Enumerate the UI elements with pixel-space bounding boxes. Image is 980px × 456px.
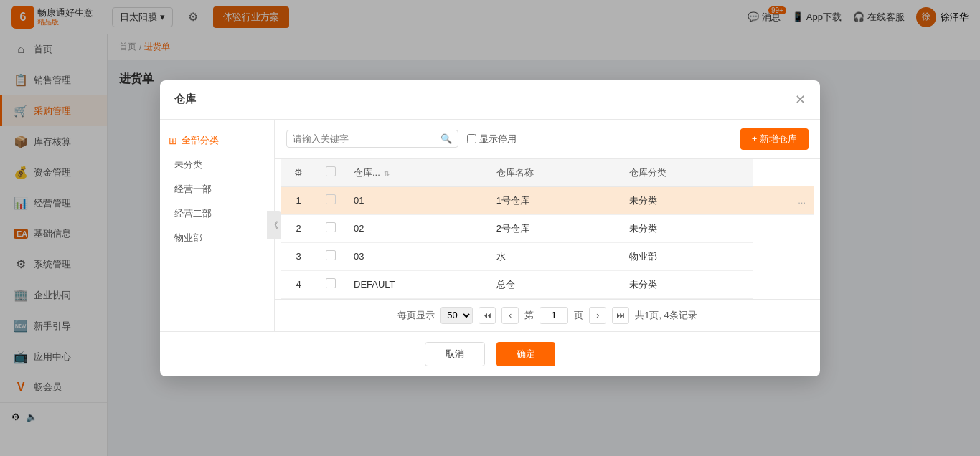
gear-icon: ⚙ bbox=[294, 167, 303, 178]
page-number-input[interactable] bbox=[540, 307, 568, 324]
table-body: 1 01 1号仓库 未分类 ... 2 02 2号仓库 未分类 3 03 水 物… bbox=[281, 186, 814, 298]
table-area: 🔍 显示停用 + 新增仓库 ⚙ bbox=[275, 120, 820, 331]
last-page-button[interactable]: ⏭ bbox=[612, 307, 629, 324]
row-name-2: 2号仓库 bbox=[488, 214, 621, 242]
category-property[interactable]: 物业部 bbox=[160, 226, 274, 250]
warehouse-modal: 仓库 ✕ ⊞ 全部分类 未分类 经营一部 经营二部 物业部 《 bbox=[160, 80, 820, 376]
row-name-4: 总仓 bbox=[488, 270, 621, 298]
add-warehouse-button[interactable]: + 新增仓库 bbox=[740, 128, 809, 150]
warehouse-table: ⚙ 仓库... ⇅ 仓库名称 bbox=[281, 159, 814, 299]
modal-title: 仓库 bbox=[174, 92, 196, 106]
category-dept2[interactable]: 经营二部 bbox=[160, 201, 274, 226]
show-disabled-input[interactable] bbox=[467, 134, 476, 143]
row-category-4: 未分类 bbox=[621, 270, 753, 298]
next-page-button[interactable]: › bbox=[589, 307, 606, 324]
row-category-3: 物业部 bbox=[621, 242, 753, 270]
row-code-3: 03 bbox=[345, 242, 488, 270]
row-category-2: 未分类 bbox=[621, 214, 753, 242]
warehouse-table-wrap: ⚙ 仓库... ⇅ 仓库名称 bbox=[275, 159, 820, 299]
table-row[interactable]: 2 02 2号仓库 未分类 bbox=[281, 214, 814, 242]
row-code-2: 02 bbox=[345, 214, 488, 242]
col-header-category: 仓库分类 bbox=[621, 159, 753, 187]
row-category-1: 未分类 bbox=[621, 186, 753, 214]
show-disabled-checkbox[interactable]: 显示停用 bbox=[467, 133, 517, 146]
row-code-4: DEFAULT bbox=[345, 270, 488, 298]
col-header-gear: ⚙ bbox=[281, 159, 316, 187]
row-num-1: 1 bbox=[281, 186, 316, 214]
row-code-1: 01 bbox=[345, 186, 488, 214]
row-checkbox-2[interactable] bbox=[316, 214, 345, 242]
search-icon[interactable]: 🔍 bbox=[440, 133, 452, 144]
modal-overlay: 仓库 ✕ ⊞ 全部分类 未分类 经营一部 经营二部 物业部 《 bbox=[0, 0, 980, 456]
category-unclassified[interactable]: 未分类 bbox=[160, 153, 274, 177]
col-header-checkbox bbox=[316, 159, 345, 187]
search-box[interactable]: 🔍 bbox=[286, 130, 458, 148]
cancel-button[interactable]: 取消 bbox=[425, 342, 485, 366]
modal-close-button[interactable]: ✕ bbox=[795, 92, 806, 108]
search-input[interactable] bbox=[293, 133, 438, 144]
col-header-code: 仓库... ⇅ bbox=[345, 159, 488, 187]
row-name-1: 1号仓库 bbox=[488, 186, 621, 214]
row-more-0[interactable]: ... bbox=[753, 186, 814, 214]
row-name-3: 水 bbox=[488, 242, 621, 270]
row-num-2: 2 bbox=[281, 214, 316, 242]
row-checkbox-1[interactable] bbox=[316, 186, 345, 214]
sort-code-icon: ⇅ bbox=[384, 169, 390, 177]
row-checkbox-3[interactable] bbox=[316, 242, 345, 270]
modal-body: ⊞ 全部分类 未分类 经营一部 经营二部 物业部 《 🔍 bbox=[160, 120, 820, 331]
first-page-button[interactable]: ⏮ bbox=[479, 307, 496, 324]
table-row[interactable]: 4 DEFAULT 总仓 未分类 bbox=[281, 270, 814, 298]
category-all[interactable]: ⊞ 全部分类 bbox=[160, 128, 274, 153]
row-num-4: 4 bbox=[281, 270, 316, 298]
modal-footer: 取消 确定 bbox=[160, 331, 820, 376]
per-page-select[interactable]: 50 bbox=[440, 307, 473, 324]
grid-icon: ⊞ bbox=[169, 135, 177, 146]
prev-page-button[interactable]: ‹ bbox=[501, 307, 519, 324]
pagination: 每页显示 50 ⏮ ‹ 第 页 › ⏭ 共1页, 4条记录 bbox=[275, 299, 820, 331]
table-toolbar: 🔍 显示停用 + 新增仓库 bbox=[275, 120, 820, 159]
table-header-row: ⚙ 仓库... ⇅ 仓库名称 bbox=[281, 159, 814, 187]
row-checkbox-4[interactable] bbox=[316, 270, 345, 298]
confirm-button[interactable]: 确定 bbox=[496, 342, 555, 366]
table-row[interactable]: 3 03 水 物业部 bbox=[281, 242, 814, 270]
table-row[interactable]: 1 01 1号仓库 未分类 ... bbox=[281, 186, 814, 214]
select-all-checkbox[interactable] bbox=[326, 166, 336, 176]
modal-header: 仓库 ✕ bbox=[160, 80, 820, 120]
row-num-3: 3 bbox=[281, 242, 316, 270]
category-dept1[interactable]: 经营一部 bbox=[160, 177, 274, 201]
category-sidebar: ⊞ 全部分类 未分类 经营一部 经营二部 物业部 《 bbox=[160, 120, 275, 331]
collapse-category-button[interactable]: 《 bbox=[267, 211, 281, 239]
col-header-name: 仓库名称 bbox=[488, 159, 621, 187]
